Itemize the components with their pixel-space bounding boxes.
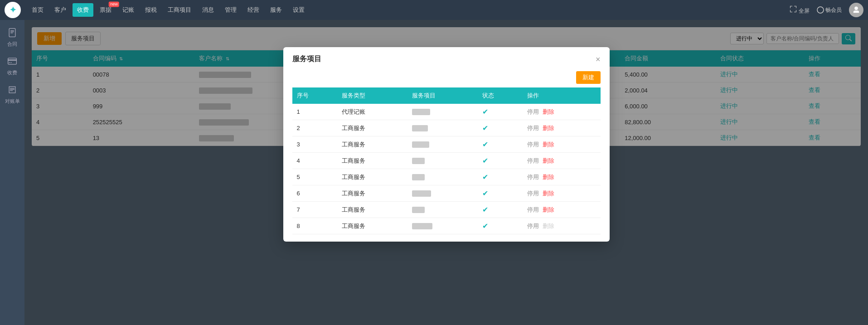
nav-bookkeeping[interactable]: 记账 bbox=[118, 3, 139, 17]
sidebar-item-charge[interactable]: 收费 bbox=[1, 52, 24, 81]
modal-col-status: 状态 bbox=[478, 87, 523, 104]
modal-cell-item: ████ bbox=[407, 185, 478, 202]
logo: ✦ bbox=[5, 2, 21, 18]
modal-header: 服务项目 × bbox=[283, 47, 610, 68]
sidebar-label-statement: 对账单 bbox=[5, 98, 20, 105]
fullscreen-btn[interactable]: 全屏 bbox=[790, 5, 809, 15]
delete-button[interactable]: 删除 bbox=[543, 190, 554, 197]
stop-button[interactable]: 停用 bbox=[527, 157, 539, 164]
modal-cell-item: ██ bbox=[407, 153, 478, 169]
modal-cell-type: 工商服务 bbox=[337, 136, 407, 153]
modal-cell-type: 工商服务 bbox=[337, 169, 407, 185]
modal-cell-action: 停用 删除 bbox=[523, 185, 601, 202]
modal-cell-seq: 7 bbox=[292, 202, 337, 218]
modal-cell-seq: 1 bbox=[292, 104, 337, 120]
stop-button[interactable]: 停用 bbox=[527, 141, 539, 148]
sidebar-item-contract[interactable]: 合同 bbox=[1, 24, 24, 52]
nav-customer[interactable]: 客户 bbox=[50, 3, 71, 17]
modal-cell-seq: 6 bbox=[292, 185, 337, 202]
modal-cell-seq: 4 bbox=[292, 153, 337, 169]
modal-cell-seq: 5 bbox=[292, 169, 337, 185]
modal-cell-status: ✔ bbox=[478, 169, 523, 185]
modal-toolbar: 新建 bbox=[283, 68, 610, 87]
delete-button[interactable]: 删除 bbox=[543, 206, 554, 213]
modal-close-button[interactable]: × bbox=[596, 55, 601, 63]
modal-cell-action: 停用 删除 bbox=[523, 120, 601, 136]
delete-button[interactable]: 删除 bbox=[543, 141, 554, 148]
modal-cell-action: 停用 删除 bbox=[523, 202, 601, 218]
modal-cell-action: 停用 删除 bbox=[523, 153, 601, 169]
list-item: 4 工商服务 ██ ✔ 停用 删除 bbox=[292, 153, 601, 169]
modal-cell-status: ✔ bbox=[478, 153, 523, 169]
delete-button[interactable]: 删除 bbox=[543, 157, 554, 164]
sidebar-item-statement[interactable]: 对账单 bbox=[1, 81, 24, 109]
modal-cell-seq: 2 bbox=[292, 120, 337, 136]
modal-cell-type: 工商服务 bbox=[337, 153, 407, 169]
modal-col-action: 操作 bbox=[523, 87, 601, 104]
delete-button[interactable]: 删除 bbox=[543, 108, 554, 115]
stop-button[interactable]: 停用 bbox=[527, 206, 539, 213]
top-nav: ✦ 首页 客户 收费 票据 new 记账 报税 工商项目 消息 管理 经营 服务… bbox=[0, 0, 868, 20]
modal-cell-item: ██注册 bbox=[407, 218, 478, 234]
nav-right: 全屏 畅会员 bbox=[790, 3, 863, 17]
nav-operation[interactable]: 经营 bbox=[243, 3, 264, 17]
modal-cell-status: ✔ bbox=[478, 218, 523, 234]
charge-icon bbox=[8, 57, 17, 68]
delete-button: 删除 bbox=[543, 223, 554, 229]
modal-cell-action: 停用 删除 bbox=[523, 218, 601, 234]
modal-cell-type: 代理记账 bbox=[337, 104, 407, 120]
member-btn[interactable]: 畅会员 bbox=[817, 6, 842, 14]
modal-col-item: 服务项目 bbox=[407, 87, 478, 104]
modal-cell-type: 工商服务 bbox=[337, 218, 407, 234]
modal-cell-action: 停用 删除 bbox=[523, 136, 601, 153]
nav-charge[interactable]: 收费 bbox=[73, 3, 93, 17]
modal-cell-seq: 3 bbox=[292, 136, 337, 153]
delete-button[interactable]: 删除 bbox=[543, 125, 554, 131]
nav-management[interactable]: 管理 bbox=[220, 3, 241, 17]
modal-cell-status: ✔ bbox=[478, 120, 523, 136]
delete-button[interactable]: 删除 bbox=[543, 174, 554, 180]
layout: 合同 收费 对账单 新增 服务项目 进行中 已 bbox=[0, 20, 868, 325]
nav-tax[interactable]: 报税 bbox=[141, 3, 161, 17]
modal-cell-item: ████1 bbox=[407, 104, 478, 120]
modal-cell-status: ✔ bbox=[478, 136, 523, 153]
sidebar-label-contract: 合同 bbox=[7, 41, 17, 48]
nav-business[interactable]: 工商项目 bbox=[163, 3, 196, 17]
list-item: 1 代理记账 ████1 ✔ 停用 删除 bbox=[292, 104, 601, 120]
modal-cell-action: 停用 删除 bbox=[523, 104, 601, 120]
sidebar-label-charge: 收费 bbox=[7, 69, 17, 76]
service-table: 序号 服务类型 服务项目 状态 操作 1 代理记账 ████1 ✔ 停用 删除 bbox=[292, 87, 601, 234]
contract-icon bbox=[8, 28, 17, 39]
modal-cell-item: ████ bbox=[407, 120, 478, 136]
sidebar: 合同 收费 对账单 bbox=[0, 20, 24, 325]
statement-icon bbox=[8, 85, 17, 97]
list-item: 2 工商服务 ████ ✔ 停用 删除 bbox=[292, 120, 601, 136]
svg-point-0 bbox=[817, 7, 824, 13]
modal-new-button[interactable]: 新建 bbox=[576, 71, 601, 84]
modal-cell-item: ████ bbox=[407, 136, 478, 153]
modal-cell-status: ✔ bbox=[478, 104, 523, 120]
stop-button[interactable]: 停用 bbox=[527, 223, 539, 229]
modal-cell-status: ✔ bbox=[478, 202, 523, 218]
modal-cell-type: 工商服务 bbox=[337, 202, 407, 218]
modal-title: 服务项目 bbox=[292, 54, 321, 64]
stop-button[interactable]: 停用 bbox=[527, 125, 539, 131]
list-item: 8 工商服务 ██注册 ✔ 停用 删除 bbox=[292, 218, 601, 234]
main-content: 新增 服务项目 进行中 已完成 已终止 bbox=[24, 20, 868, 325]
modal-cell-item: ██ bbox=[407, 169, 478, 185]
nav-items: 首页 客户 收费 票据 new 记账 报税 工商项目 消息 管理 经营 服务 设… bbox=[27, 3, 790, 17]
nav-invoice[interactable]: 票据 new bbox=[95, 3, 116, 17]
avatar[interactable] bbox=[849, 3, 863, 17]
nav-message[interactable]: 消息 bbox=[198, 3, 218, 17]
nav-home[interactable]: 首页 bbox=[27, 3, 48, 17]
modal-cell-item: ██ bbox=[407, 202, 478, 218]
stop-button[interactable]: 停用 bbox=[527, 174, 539, 180]
modal-col-seq: 序号 bbox=[292, 87, 337, 104]
stop-button[interactable]: 停用 bbox=[527, 190, 539, 197]
nav-settings[interactable]: 设置 bbox=[288, 3, 309, 17]
nav-service[interactable]: 服务 bbox=[266, 3, 286, 17]
modal-cell-seq: 8 bbox=[292, 218, 337, 234]
stop-button[interactable]: 停用 bbox=[527, 108, 539, 115]
list-item: 3 工商服务 ████ ✔ 停用 删除 bbox=[292, 136, 601, 153]
modal-body: 序号 服务类型 服务项目 状态 操作 1 代理记账 ████1 ✔ 停用 删除 bbox=[283, 87, 610, 242]
